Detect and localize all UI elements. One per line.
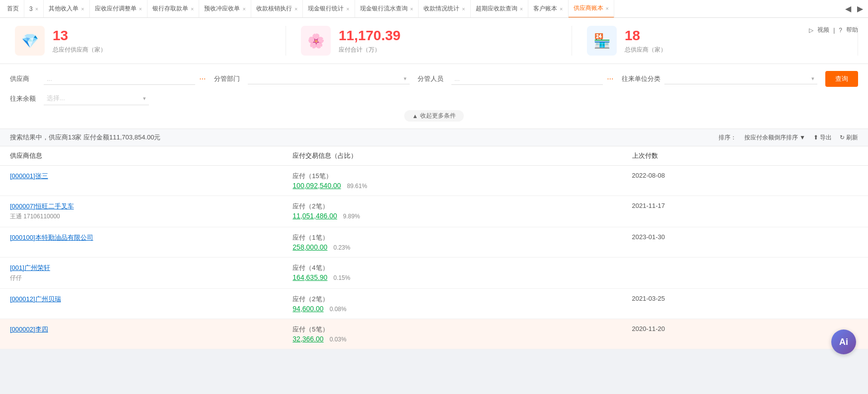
nav-tab-receipt-exec[interactable]: 收款核销执行 × (251, 0, 303, 18)
trans-amount-2[interactable]: 258,000.00 (292, 243, 327, 251)
nav-tab-ap-adjust[interactable]: 应收应付调整单 × (90, 0, 147, 18)
supplier-dots-icon[interactable]: ··· (199, 74, 206, 83)
sort-select[interactable]: 按应付余额倒序排序 ▼ (744, 133, 805, 142)
person-input[interactable] (451, 73, 603, 85)
trans-amount-3[interactable]: 164,635.90 (292, 273, 327, 281)
collapse-up-icon: ▲ (412, 113, 418, 120)
supplier-link-5[interactable]: [000002]李四 (10, 326, 48, 333)
nav-tab-other-income[interactable]: 其他收入单 × (44, 0, 89, 18)
supplier-label: 供应商 (10, 74, 40, 83)
close-tab-tab3-icon[interactable]: × (35, 6, 38, 12)
search-button[interactable]: 查询 (825, 71, 858, 87)
close-tab-customer-account-icon[interactable]: × (560, 6, 563, 12)
trans-row-3: 164,635.900.15% (292, 272, 632, 281)
lastpay-date-5: 2020-11-20 (632, 325, 858, 332)
trans-amount-0[interactable]: 100,092,540.00 (292, 182, 341, 190)
trans-row-2: 258,000.000.23% (292, 242, 632, 251)
person-dots-icon[interactable]: ··· (607, 74, 613, 83)
nav-arrow-right[interactable]: ▶ (854, 4, 866, 13)
close-tab-supplier-account-icon[interactable]: × (606, 5, 609, 11)
close-tab-advance-write-icon[interactable]: × (242, 6, 245, 12)
supplier-link-0[interactable]: [000001]张三 (10, 172, 48, 180)
nav-tab-receipt-stat[interactable]: 收款情况统计 × (419, 0, 470, 18)
filter-item-dept: 分管部门 ▾ (214, 73, 410, 84)
trans-pct-0: 89.61% (347, 183, 367, 190)
nav-tab-home[interactable]: 首页 (2, 0, 24, 18)
result-text: 搜索结果中，供应商13家 应付金额111,703,854.00元 (10, 133, 160, 142)
col-header-supplier: 供应商信息 (10, 151, 292, 160)
trans-row-1: 11,051,486.009.89% (292, 211, 632, 220)
export-label: 导出 (820, 133, 832, 142)
category-label: 往来单位分类 (622, 74, 660, 83)
stat-label-3: 总供应商（家） (625, 46, 666, 54)
close-tab-cash-bank-flow-icon[interactable]: × (410, 6, 413, 12)
balance-select[interactable]: 选择... ▾ (44, 92, 149, 105)
stat-value-2: 11,170.39 (339, 27, 401, 44)
table-row: [000007]恒旺二手叉车王通 17106110000应付（2笔）11,051… (0, 196, 868, 227)
close-tab-other-income-icon[interactable]: × (81, 6, 84, 12)
trans-amount-1[interactable]: 11,051,486.00 (292, 212, 337, 220)
trans-label-0: 应付（15笔） (292, 172, 632, 181)
nav-tab-cash-bank-flow[interactable]: 现金银行流水查询 × (355, 0, 419, 18)
table-header: 供应商信息 应付交易信息（占比） 上次付数 (0, 146, 868, 166)
close-tab-bank-deposit-icon[interactable]: × (191, 6, 194, 12)
close-tab-overdue-query-icon[interactable]: × (520, 6, 523, 12)
close-tab-receipt-exec-icon[interactable]: × (294, 6, 297, 12)
lastpay-col-1: 2021-11-17 (632, 202, 858, 209)
supplier-link-2[interactable]: [000100]本特勤油品有限公司 (10, 234, 93, 241)
lastpay-date-2: 2023-01-30 (632, 233, 858, 241)
transaction-col-2: 应付（1笔）258,000.000.23% (292, 233, 632, 251)
help-icon: ? (839, 27, 842, 34)
supplier-input[interactable] (44, 73, 195, 85)
supplier-col-5: [000002]李四 (10, 325, 292, 334)
nav-arrow-left[interactable]: ◀ (842, 4, 854, 13)
close-tab-receipt-stat-icon[interactable]: × (462, 6, 465, 12)
filter-row-2: 往来余额 选择... ▾ (10, 92, 858, 105)
stat-icon-store: 🏪 (587, 26, 617, 56)
export-icon: ⬆ (813, 134, 818, 141)
nav-tab-customer-account[interactable]: 客户账本 × (528, 0, 568, 18)
transaction-col-0: 应付（15笔）100,092,540.0089.61% (292, 172, 632, 190)
refresh-button[interactable]: ↻ 刷新 (840, 133, 858, 142)
trans-amount-4[interactable]: 94,600.00 (292, 305, 323, 313)
collapse-button[interactable]: ▲ 收起更多条件 (10, 110, 858, 122)
balance-label: 往来余额 (10, 94, 40, 103)
balance-arrow-icon: ▾ (143, 95, 146, 102)
nav-tab-advance-write[interactable]: 预收冲应收单 × (199, 0, 251, 18)
nav-tab-supplier-account[interactable]: 供应商账本 × (569, 0, 614, 18)
transaction-col-5: 应付（5笔）32,366.000.03% (292, 325, 632, 343)
filter-item-balance: 往来余额 选择... ▾ (10, 92, 149, 105)
stat-content-1: 13 总应付供应商（家） (53, 27, 106, 55)
nav-tab-bank-deposit[interactable]: 银行存取款单 × (147, 0, 199, 18)
nav-tab-cash-bank-stat[interactable]: 现金银行统计 × (303, 0, 355, 18)
close-tab-ap-adjust-icon[interactable]: × (139, 6, 142, 12)
collapse-inner: ▲ 收起更多条件 (404, 110, 464, 122)
table-row: [000001]张三应付（15笔）100,092,540.0089.61%202… (0, 166, 868, 196)
transaction-col-3: 应付（4笔）164,635.900.15% (292, 263, 632, 281)
supplier-col-4: [000012]广州贝瑞 (10, 295, 292, 304)
trans-amount-5[interactable]: 32,366.00 (292, 335, 323, 343)
supplier-sub-3: 仔仔 (10, 274, 292, 282)
nav-tab-overdue-query[interactable]: 超期应收款查询 × (471, 0, 528, 18)
category-select[interactable]: ▾ (664, 73, 818, 84)
supplier-sub-1: 王通 17106110000 (10, 212, 292, 221)
dept-select[interactable]: ▾ (248, 73, 410, 84)
transaction-col-1: 应付（2笔）11,051,486.009.89% (292, 202, 632, 220)
lastpay-date-1: 2021-11-17 (632, 202, 858, 209)
supplier-col-2: [000100]本特勤油品有限公司 (10, 233, 292, 242)
lastpay-col-5: 2020-11-20 (632, 325, 858, 332)
stat-block-suppliers-payable: 💎 13 总应付供应商（家） (10, 26, 286, 56)
supplier-link-3[interactable]: [001]广州荣轩 (10, 264, 50, 271)
help-link[interactable]: 帮助 (846, 26, 858, 34)
trans-pct-3: 0.15% (333, 274, 350, 281)
stat-value-1: 13 (53, 27, 106, 44)
video-link[interactable]: 视频 (817, 26, 829, 34)
nav-tab-tab3[interactable]: 3 × (24, 0, 44, 18)
close-tab-cash-bank-stat-icon[interactable]: × (346, 6, 349, 12)
supplier-link-1[interactable]: [000007]恒旺二手叉车 (10, 202, 74, 210)
stat-value-3: 18 (625, 27, 666, 44)
trans-label-3: 应付（4笔） (292, 263, 632, 272)
export-button[interactable]: ⬆ 导出 (813, 133, 832, 142)
trans-pct-1: 9.89% (343, 213, 360, 220)
supplier-link-4[interactable]: [000012]广州贝瑞 (10, 295, 61, 303)
